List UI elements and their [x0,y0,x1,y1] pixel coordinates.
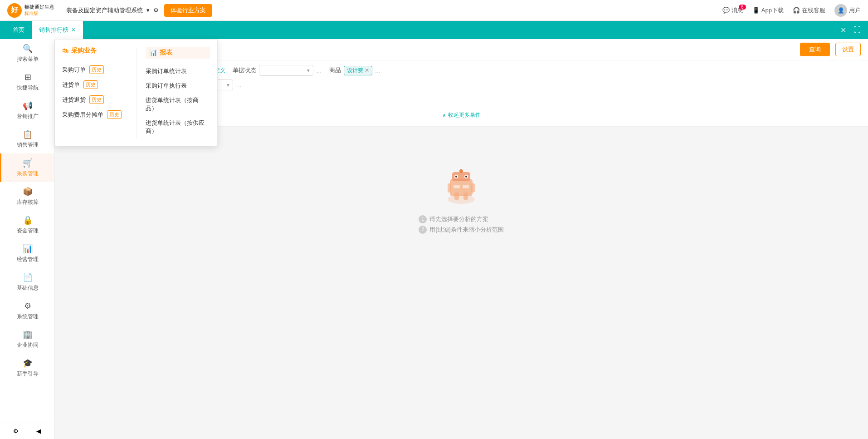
sidebar-funds-label: 资金管理 [17,227,39,235]
notification-area[interactable]: 💬 6 消息 [722,6,743,15]
sidebar-item-basic-info[interactable]: 📄 基础信息 [0,268,54,296]
user-label: 用户 [849,6,861,15]
tab-close-icon[interactable]: ✕ [71,27,76,33]
sidebar-purchase-label: 采购管理 [17,170,39,178]
purchase-receipt-item[interactable]: 进货单 历史 [62,77,127,92]
goods-ellipsis[interactable]: … [375,67,381,74]
purchase-business-title: 🛍 采购业务 [62,47,127,57]
sidebar-item-purchase[interactable]: 🛒 采购管理 [0,153,54,182]
purchase-order-item[interactable]: 采购订单 历史 [62,62,127,77]
sidebar-basic-info-label: 基础信息 [17,284,39,292]
report-order-stats-item[interactable]: 采购订单统计表 [146,64,210,79]
basic-info-icon: 📄 [23,272,33,282]
svg-rect-9 [448,183,451,192]
query-button[interactable]: 查询 [800,43,830,56]
purchase-receipt-hist-badge: 历史 [83,80,98,89]
tab-expand-icon[interactable]: ⛶ [852,25,863,35]
system-title-text: 装备及固定资产辅助管理系统 [66,6,143,15]
tab-home-label: 首页 [13,26,24,34]
sidebar-inventory-label: 库存核算 [17,198,39,206]
collapse-sidebar-icon[interactable]: ◀ [36,428,41,434]
report-receipt-by-supplier-item[interactable]: 进货单统计表（按供应商） [146,116,210,138]
sidebar-item-operations[interactable]: 📊 经营管理 [0,239,54,268]
report-order-exec-item[interactable]: 采购订单执行表 [146,79,210,93]
app-download-area[interactable]: 📱 App下载 [752,6,784,15]
sidebar-bottom: ⚙ ◀ [0,423,54,439]
sidebar-operations-label: 经营管理 [17,256,39,263]
tab-bar: 首页 销售排行榜 ✕ ✕ ⛶ [0,21,868,39]
voucher-status-select[interactable] [259,65,313,76]
newbie-icon: 🎓 [23,358,33,368]
empty-tip-1: 1 请先选择要分析的方案 [419,214,503,224]
tab-sales-rank-label: 销售排行榜 [39,26,68,34]
purchase-receipt-label: 进货单 [62,81,80,89]
logo-text: 畅捷通好生意 [24,4,54,10]
goods-tag-close-icon[interactable]: ✕ [365,67,369,74]
settings-bottom-icon[interactable]: ⚙ [13,428,19,434]
svg-rect-13 [454,185,460,188]
sidebar-search-label: 搜索菜单 [17,55,39,63]
purchase-return-hist-badge: 历史 [89,95,104,104]
tab-close-window-icon[interactable]: ✕ [839,25,848,35]
report-receipt-by-goods-label: 进货单统计表（按商品） [146,96,210,113]
report-order-exec-label: 采购订单执行表 [146,82,187,90]
tab-sales-rank[interactable]: 销售排行榜 ✕ [32,21,83,39]
sidebar-item-quick-nav[interactable]: ⊞ 快捷导航 [0,68,54,96]
title-arrow-icon[interactable]: ▾ [146,7,150,14]
empty-tips: 1 请先选择要分析的方案 2 用[过滤]条件来缩小分析范围 [419,214,503,235]
headset-icon: 🎧 [793,7,800,14]
online-service-area[interactable]: 🎧 在线客服 [793,6,825,15]
goods-tag-text: 设计费 [347,67,363,74]
sidebar-item-system[interactable]: ⚙ 系统管理 [0,296,54,325]
sidebar-item-inventory[interactable]: 📦 库存核算 [0,182,54,211]
empty-state-icon [439,163,484,208]
voucher-status-ellipsis[interactable]: … [316,67,322,74]
tip-text-1: 请先选择要分析的方案 [429,214,488,224]
operations-icon: 📊 [23,244,33,254]
funds-icon: 🔒 [23,215,33,225]
purchase-business-label: 采购业务 [71,47,97,55]
purchase-dropdown-menu: 🛍 采购业务 采购订单 历史 进货单 历史 进货退货 历史 采购费用分摊单 历史… [54,39,218,146]
svg-rect-10 [471,183,475,192]
phone-icon: 📱 [752,7,760,14]
avatar-icon: 👤 [838,7,844,14]
sidebar: 🔍 搜索菜单 ⊞ 快捷导航 📢 营销推广 📋 销售管理 🛒 采购管理 📦 库存核… [0,39,54,439]
report-receipt-by-goods-item[interactable]: 进货单统计表（按商品） [146,93,210,116]
sidebar-item-marketing[interactable]: 📢 营销推广 [0,96,54,125]
sidebar-quick-nav-label: 快捷导航 [17,84,39,92]
marketing-icon: 📢 [23,101,33,111]
purchase-return-item[interactable]: 进货退货 历史 [62,92,127,107]
sidebar-system-label: 系统管理 [17,313,39,321]
setting-button[interactable]: 设置 [835,43,861,56]
header-right: 💬 6 消息 📱 App下载 🎧 在线客服 👤 用户 [722,4,861,17]
sidebar-item-enterprise[interactable]: 🏢 企业协同 [0,325,54,354]
salesperson-ellipsis[interactable]: … [236,82,242,89]
empty-state: 1 请先选择要分析的方案 2 用[过滤]条件来缩小分析范围 [54,127,868,271]
user-area[interactable]: 👤 用户 [834,4,861,17]
tab-home[interactable]: 首页 [5,21,32,39]
goods-filter: 商品 设计费 ✕ … [329,66,381,75]
report-order-stats-label: 采购订单统计表 [146,67,187,75]
sidebar-item-search[interactable]: 🔍 搜索菜单 [0,39,54,68]
svg-rect-11 [454,192,459,200]
gear-icon[interactable]: ⚙ [153,7,159,14]
purchase-expense-item[interactable]: 采购费用分摊单 历史 [62,107,127,122]
report-label: 报表 [160,49,172,57]
search-icon: 🔍 [23,44,33,54]
sidebar-item-funds[interactable]: 🔒 资金管理 [0,211,54,239]
report-receipt-by-supplier-label: 进货单统计表（按供应商） [146,119,210,135]
sidebar-item-newbie[interactable]: 🎓 新手引导 [0,354,54,382]
collapse-up-icon: ∧ [442,112,446,118]
svg-rect-1 [450,179,473,196]
trial-button[interactable]: 体验行业方案 [164,4,212,17]
svg-rect-14 [463,185,469,188]
tab-bar-right: ✕ ⛶ [839,25,863,35]
svg-rect-4 [460,169,462,173]
voucher-status-label: 单据状态 [233,66,256,74]
sidebar-newbie-label: 新手引导 [17,370,39,378]
sidebar-item-sales[interactable]: 📋 销售管理 [0,125,54,153]
inventory-icon: 📦 [23,187,33,197]
purchase-order-label: 采购订单 [62,66,86,74]
svg-point-7 [455,176,457,178]
sidebar-marketing-label: 营销推广 [17,113,39,120]
